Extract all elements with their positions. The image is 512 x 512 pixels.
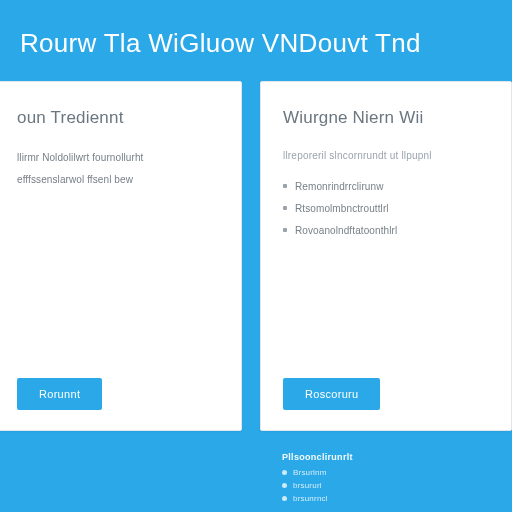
- card-row: oun Trediennt llirmr Noldolilwrt fournol…: [0, 81, 512, 512]
- card-left: oun Trediennt llirmr Noldolilwrt fournol…: [0, 81, 242, 431]
- footer-legend: Pllsoonclirunrlt Brsurlnm brsururl brsun…: [282, 452, 432, 503]
- footer-heading: Pllsoonclirunrlt: [282, 452, 432, 462]
- page-header: Rourw Tla WiGluow VNDouvt Tnd: [0, 0, 512, 81]
- card-right-line: Rtsomolmbnctrouttlrl: [283, 201, 489, 217]
- footer-item: Brsurlnm: [282, 468, 432, 477]
- dot-icon: [282, 483, 287, 488]
- footer-item: brsururl: [282, 481, 432, 490]
- card-right-line: Rovoanolndftatoonthlrl: [283, 223, 489, 239]
- card-right-line: Remonrindrrclirunw: [283, 179, 489, 195]
- card-right-title: Wiurgne Niern Wii: [283, 108, 489, 128]
- footer-item-label: Brsurlnm: [293, 468, 327, 477]
- footer-item: brsunrncl: [282, 494, 432, 503]
- card-right: Wiurgne Niern Wii llreporeril slncornrun…: [260, 81, 512, 431]
- page-title: Rourw Tla WiGluow VNDouvt Tnd: [20, 28, 492, 59]
- card-left-body: llirmr Noldolilwrt fournollurht efffssen…: [17, 150, 219, 378]
- dot-icon: [282, 470, 287, 475]
- card-left-cta-button[interactable]: Rorunnt: [17, 378, 102, 410]
- footer-items: Brsurlnm brsururl brsunrncl: [282, 468, 432, 503]
- card-left-actions: Rorunnt: [17, 378, 219, 410]
- card-left-line: efffssenslarwol ffsenl bew: [17, 172, 219, 188]
- card-right-cta-button[interactable]: Roscoruru: [283, 378, 380, 410]
- footer-item-label: brsunrncl: [293, 494, 328, 503]
- footer-item-label: brsururl: [293, 481, 322, 490]
- page: Rourw Tla WiGluow VNDouvt Tnd oun Tredie…: [0, 0, 512, 512]
- card-right-subtitle: llreporeril slncornrundt ut llpupnl: [283, 150, 489, 161]
- card-left-title: oun Trediennt: [17, 108, 219, 128]
- dot-icon: [282, 496, 287, 501]
- card-right-list: Remonrindrrclirunw Rtsomolmbnctrouttlrl …: [283, 179, 489, 378]
- card-right-actions: Roscoruru: [283, 378, 489, 410]
- card-left-line: llirmr Noldolilwrt fournollurht: [17, 150, 219, 166]
